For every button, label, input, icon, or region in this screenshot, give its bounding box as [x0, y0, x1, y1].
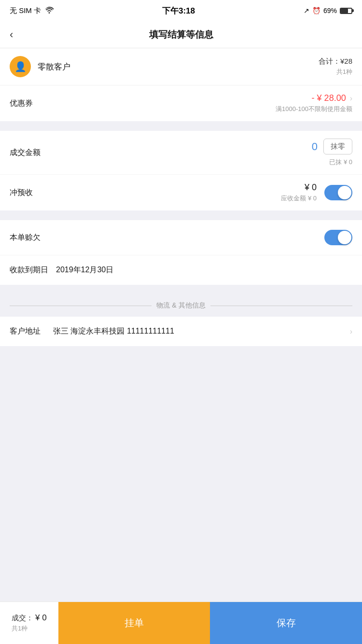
bottom-info: 成交： ¥ 0 共1种	[0, 602, 58, 644]
debit-toggle-knob	[338, 231, 351, 244]
debit-label: 本单赊欠	[10, 233, 41, 243]
transaction-subtext: 已抹 ¥ 0	[329, 158, 352, 167]
customer-count: 共1种	[319, 68, 352, 76]
prepayment-values: ¥ 0 应收金额 ¥ 0	[281, 182, 317, 203]
due-date-value: 2019年12月30日	[56, 265, 113, 275]
separator-2	[0, 215, 362, 220]
battery-icon	[340, 8, 352, 14]
address-chevron-icon: ›	[350, 327, 352, 336]
transaction-label: 成交金额	[10, 148, 41, 158]
coupon-description: 满1000-100不限制使用金额	[276, 105, 352, 113]
content-area: 👤 零散客户 合计：¥28 共1种 优惠券 - ¥ 28.00 › 满1000-…	[0, 48, 362, 491]
hang-order-button[interactable]: 挂单	[58, 602, 210, 644]
customer-section: 👤 零散客户 合计：¥28 共1种 优惠券 - ¥ 28.00 › 满1000-…	[0, 48, 362, 121]
transaction-row: 成交金额 0 抹零 已抹 ¥ 0	[0, 131, 362, 175]
logistics-header: 物流 & 其他信息	[0, 294, 362, 317]
page-title: 填写结算等信息	[149, 28, 213, 41]
status-left: 无 SIM 卡	[10, 6, 54, 15]
separator-3	[0, 290, 362, 294]
bottom-bar: 成交： ¥ 0 共1种 挂单 保存	[0, 602, 362, 644]
prepayment-label: 冲预收	[10, 188, 33, 198]
avatar: 👤	[10, 56, 31, 77]
debit-toggle[interactable]	[324, 230, 352, 245]
prepayment-amount: ¥ 0	[281, 182, 317, 193]
coupon-row[interactable]: 优惠券 - ¥ 28.00 › 满1000-100不限制使用金额	[0, 85, 362, 121]
customer-right: 合计：¥28 共1种	[319, 57, 352, 76]
status-right: ↗ ⏰ 69%	[304, 7, 352, 14]
customer-name: 零散客户	[38, 61, 70, 72]
back-button[interactable]: ‹	[10, 28, 13, 41]
logistics-label: 物流 & 其他信息	[156, 301, 205, 310]
transaction-right: 0 抹零 已抹 ¥ 0	[312, 139, 352, 167]
customer-row: 👤 零散客户 合计：¥28 共1种	[0, 48, 362, 85]
bottom-actions: 挂单 保存	[58, 602, 362, 644]
status-time: 下午3:18	[162, 5, 195, 16]
battery-label: 69%	[323, 7, 337, 14]
save-button[interactable]: 保存	[210, 602, 362, 644]
logistics-line-right	[210, 306, 352, 306]
location-icon: ↗	[304, 7, 309, 14]
separator-1	[0, 126, 362, 131]
customer-total: 合计：¥28	[319, 57, 352, 66]
address-row[interactable]: 客户地址 张三 海淀永丰科技园 11111111111 ›	[0, 317, 362, 346]
back-icon: ‹	[10, 28, 13, 41]
bottom-deal-label: 成交：	[12, 614, 33, 623]
bottom-count: 共1种	[12, 624, 47, 633]
nav-bar: ‹ 填写结算等信息	[0, 21, 362, 48]
debit-row: 本单赊欠	[0, 220, 362, 255]
prepayment-row: 冲预收 ¥ 0 应收金额 ¥ 0	[0, 175, 362, 210]
address-value: 张三 海淀永丰科技园 11111111111	[53, 326, 350, 336]
prepayment-right: ¥ 0 应收金额 ¥ 0	[281, 182, 352, 203]
alarm-icon: ⏰	[312, 7, 320, 14]
status-bar: 无 SIM 卡 下午3:18 ↗ ⏰ 69%	[0, 0, 362, 21]
transaction-value[interactable]: 0	[312, 140, 318, 153]
avatar-icon: 👤	[14, 61, 27, 72]
wifi-icon	[45, 7, 54, 15]
address-section: 客户地址 张三 海淀永丰科技园 11111111111 ›	[0, 317, 362, 346]
bottom-deal-amount: ¥ 0	[35, 613, 47, 623]
debit-section: 本单赊欠 收款到期日 2019年12月30日	[0, 220, 362, 285]
due-date-row[interactable]: 收款到期日 2019年12月30日	[0, 255, 362, 285]
logistics-line-left	[10, 306, 152, 306]
round-off-button[interactable]: 抹零	[323, 139, 352, 154]
prepayment-subtext: 应收金额 ¥ 0	[281, 194, 317, 203]
toggle-knob	[338, 186, 351, 199]
customer-left: 👤 零散客户	[10, 56, 70, 77]
prepayment-toggle[interactable]	[324, 185, 352, 200]
empty-space	[0, 351, 362, 448]
coupon-right-col: - ¥ 28.00 › 满1000-100不限制使用金额	[276, 93, 352, 113]
chevron-right-icon: ›	[350, 94, 352, 103]
transaction-section: 成交金额 0 抹零 已抹 ¥ 0 冲预收 ¥ 0 应收金额 ¥ 0	[0, 131, 362, 210]
coupon-amount: - ¥ 28.00	[312, 93, 346, 103]
address-label: 客户地址	[10, 326, 48, 336]
coupon-label: 优惠券	[10, 98, 33, 109]
due-date-label: 收款到期日	[10, 265, 48, 275]
carrier-label: 无 SIM 卡	[10, 6, 41, 15]
